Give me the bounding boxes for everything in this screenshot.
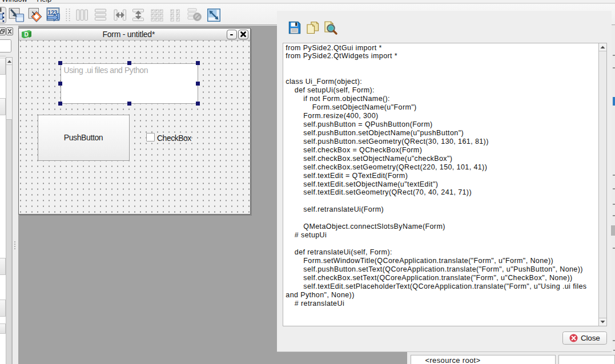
svg-text:D: D — [24, 31, 28, 38]
svg-text:123: 123 — [47, 9, 57, 15]
